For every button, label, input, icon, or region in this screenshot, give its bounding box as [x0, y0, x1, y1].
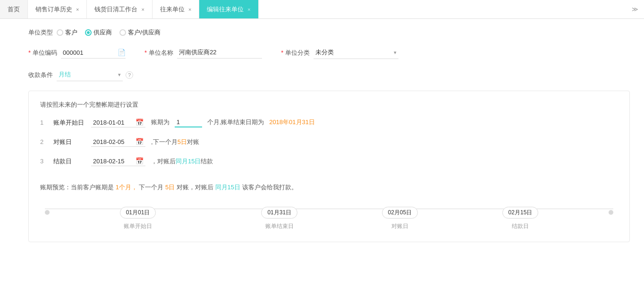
- timeline-left-dot: [45, 210, 50, 215]
- radio-customer[interactable]: 客户: [57, 28, 77, 37]
- step-1-period-input[interactable]: [177, 118, 200, 126]
- radio-supplier-circle: [85, 29, 92, 36]
- unit-name-label: 单位名称: [149, 49, 173, 57]
- step-1-period-input-wrapper: [175, 118, 202, 127]
- step-2-date-input[interactable]: [93, 138, 136, 145]
- preview-part1: 1个月，: [116, 184, 137, 191]
- step-3-calendar-icon[interactable]: 📅: [136, 157, 144, 165]
- step-1-name: 账单开始日: [53, 118, 91, 127]
- timeline: 01月01日 账单开始日 01月31日 账单结束日 02月05日 对账日: [40, 203, 618, 230]
- tab-sales-order-history[interactable]: 销售订单历史 ×: [28, 0, 87, 18]
- main-content: 单位类型 客户 供应商 客户/供应商: [0, 19, 644, 287]
- tab-partner-unit[interactable]: 往来单位 ×: [153, 0, 199, 18]
- radio-both-label: 客户/供应商: [128, 28, 161, 37]
- step-3-date-input[interactable]: [93, 158, 136, 165]
- settings-inner-box: 请按照未来的一个完整帐期进行设置 1 账单开始日 📅 账期为 个月,账单结束日期…: [28, 91, 630, 242]
- step-1-date-input[interactable]: [93, 119, 136, 126]
- timeline-label-3: 对账日: [391, 222, 408, 230]
- tab-home-label: 首页: [8, 5, 20, 14]
- tab-expand-button[interactable]: ≫: [626, 0, 644, 18]
- radio-both-circle: [119, 29, 126, 36]
- step-1-desc: 账期为 个月,账单结束日期为 2018年01月31日: [151, 118, 315, 127]
- timeline-badge-2: 01月31日: [261, 207, 297, 219]
- unit-code-label: 单位编码: [33, 49, 57, 57]
- step-3-name: 结款日: [53, 157, 91, 166]
- preview-part3-highlight: 同月15日: [215, 184, 240, 191]
- close-tab-edit[interactable]: ×: [247, 7, 250, 12]
- unit-category-select[interactable]: 未分类 ▾: [314, 46, 398, 59]
- payment-terms-help-icon[interactable]: ?: [126, 71, 133, 79]
- timeline-right-dot: [609, 210, 613, 215]
- step-1-end-date: 2018年01月31日: [269, 118, 315, 126]
- timeline-badge-1: 01月01日: [120, 207, 156, 219]
- tab-sales-label: 销售订单历史: [35, 5, 72, 14]
- preview-label: 账期预览：当前客户账期是: [40, 184, 114, 191]
- step-3-date-field: 📅: [91, 156, 145, 166]
- preview-part1-label: 下一个月: [139, 184, 163, 191]
- tab-cash-label: 钱货日清工作台: [94, 5, 137, 14]
- timeline-label-2: 账单结束日: [265, 222, 294, 230]
- step-2-desc-before: ,下一个月: [151, 138, 178, 145]
- preview-part2-highlight: 5日: [165, 184, 175, 191]
- timeline-label-4: 结款日: [512, 222, 529, 230]
- step-3-desc-after: 结款: [201, 158, 213, 165]
- expand-icon: ≫: [632, 6, 638, 13]
- unit-type-label: 单位类型: [28, 28, 53, 37]
- unit-type-row: 单位类型 客户 供应商 客户/供应商: [28, 28, 630, 37]
- preview-section: 账期预览：当前客户账期是 1个月， 下一个月 5日 对账，对账后 同月15日 该…: [40, 176, 618, 230]
- step-2-desc-highlight: 5日: [178, 138, 187, 145]
- tab-home[interactable]: 首页: [0, 0, 28, 18]
- timeline-label-1: 账单开始日: [124, 222, 152, 230]
- close-tab-cash[interactable]: ×: [141, 7, 144, 12]
- payment-terms-select[interactable]: 月结 ▾: [57, 68, 123, 81]
- unit-code-input[interactable]: [61, 47, 118, 58]
- unit-name-item: * 单位名称: [144, 47, 262, 59]
- payment-terms-item: 收款条件 月结 ▾ ?: [28, 68, 133, 81]
- unit-name-star: *: [144, 49, 147, 56]
- copy-icon[interactable]: 📄: [118, 49, 126, 56]
- preview-part3-label: 该客户会给我打款。: [242, 184, 297, 191]
- payment-terms-dropdown-icon: ▾: [118, 72, 121, 78]
- radio-supplier-dot: [87, 31, 90, 34]
- radio-supplier[interactable]: 供应商: [85, 28, 112, 37]
- unit-details-row: * 单位编码 📄 * 单位名称 * 单位分类 未分类 ▾: [28, 46, 630, 59]
- step-1-num: 1: [40, 119, 53, 126]
- tab-edit-label: 编辑往来单位: [207, 5, 244, 14]
- timeline-badge-3: 02月05日: [382, 207, 418, 219]
- step-1-date-field: 📅: [91, 118, 145, 127]
- step-1-calendar-icon[interactable]: 📅: [136, 118, 144, 126]
- payment-terms-value: 月结: [59, 70, 115, 79]
- step-2-num: 2: [40, 138, 53, 145]
- step-1-period-label-after: 个月,账单结束日期为: [207, 118, 264, 126]
- timeline-node-4: 02月15日 结款日: [502, 207, 539, 230]
- radio-both[interactable]: 客户/供应商: [119, 28, 161, 37]
- timeline-node-3: 02月05日 对账日: [382, 207, 418, 230]
- tab-cash-desk[interactable]: 钱货日清工作台 ×: [87, 0, 152, 18]
- step-1-row: 1 账单开始日 📅 账期为 个月,账单结束日期为 2018年01月31日: [40, 118, 618, 127]
- unit-category-item: * 单位分类 未分类 ▾: [281, 46, 398, 59]
- step-3-desc-highlight: 同月15日: [176, 158, 201, 165]
- tab-partner-label: 往来单位: [160, 5, 185, 14]
- close-tab-sales[interactable]: ×: [76, 7, 79, 12]
- step-3-num: 3: [40, 158, 53, 165]
- close-tab-partner[interactable]: ×: [188, 7, 191, 12]
- preview-text: 账期预览：当前客户账期是 1个月， 下一个月 5日 对账，对账后 同月15日 该…: [40, 183, 618, 192]
- tab-edit-partner[interactable]: 编辑往来单位 ×: [199, 0, 258, 18]
- unit-category-label: 单位分类: [285, 49, 310, 57]
- preview-part2-label: 对账，对账后: [177, 184, 213, 191]
- unit-code-item: * 单位编码 📄: [28, 47, 126, 59]
- step-2-calendar-icon[interactable]: 📅: [136, 138, 144, 145]
- step-2-date-field: 📅: [91, 137, 145, 147]
- radio-supplier-label: 供应商: [93, 28, 112, 37]
- unit-type-radio-group: 客户 供应商 客户/供应商: [57, 28, 161, 37]
- category-dropdown-icon: ▾: [394, 50, 397, 56]
- step-2-row: 2 对账日 📅 ,下一个月5日对账: [40, 137, 618, 147]
- unit-category-star: *: [281, 49, 283, 56]
- step-2-desc-after: 对账: [187, 138, 199, 145]
- timeline-node-1: 01月01日 账单开始日: [120, 207, 156, 230]
- step-2-name: 对账日: [53, 138, 91, 146]
- payment-terms-label: 收款条件: [28, 71, 53, 79]
- timeline-node-2: 01月31日 账单结束日: [261, 207, 297, 230]
- step-3-row: 3 结款日 📅 ，对账后同月15日结款: [40, 156, 618, 166]
- unit-name-input[interactable]: [177, 47, 262, 59]
